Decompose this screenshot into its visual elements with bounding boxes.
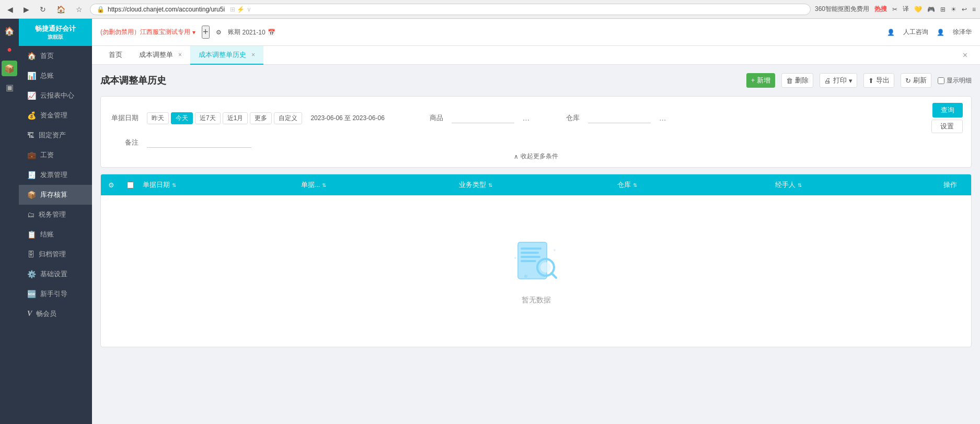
translate-icon: 译 [903, 5, 909, 14]
warehouse-filter-input[interactable] [588, 113, 651, 123]
date-range-display: 2023-06-06 至 2023-06-06 [310, 114, 384, 123]
date-btn-today[interactable]: 今天 [171, 112, 193, 124]
print-button[interactable]: 🖨 打印 ▾ [820, 73, 857, 88]
new-button[interactable]: + 新增 [746, 73, 775, 88]
calendar-icon[interactable]: 📅 [268, 29, 275, 36]
sidebar-item-ledger-label: 总账 [40, 71, 54, 80]
period-value: 2021-10 [243, 29, 266, 36]
member-nav-icon: V [27, 310, 32, 318]
dropdown-icon: ⊞ ⚡ ∨ [230, 6, 251, 13]
inventory-nav-icon: 📦 [27, 191, 36, 199]
tab-cost-adjust[interactable]: 成本调整单 × [131, 46, 190, 65]
query-settings-area: 查询 设置 [931, 103, 963, 133]
collapse-arrow-icon: ∧ [514, 153, 518, 160]
sidebar-item-capital[interactable]: 💰 资金管理 [19, 105, 92, 125]
svg-rect-1 [521, 248, 541, 250]
th-biz-type[interactable]: 业务类型 ⇅ [455, 180, 613, 190]
user-name[interactable]: 徐泽华 [953, 28, 972, 37]
back-button[interactable]: ◀ [4, 4, 16, 15]
tab-cost-adjust-history-close[interactable]: × [251, 51, 255, 58]
left-nav: 畅捷通好会计 旗舰版 🏠 首页 📊 总账 📈 云报表中心 💰 资金管理 🏗 固定… [19, 19, 92, 424]
table-header: ⚙ 单据日期 ⇅ 单据... ⇅ 业务类型 ⇅ [101, 174, 971, 195]
settings-button[interactable]: 设置 [931, 120, 963, 133]
show-detail-label: 显示明细 [947, 76, 972, 85]
forward-button[interactable]: ▶ [20, 4, 32, 15]
game-icon: 🎮 [927, 6, 935, 13]
th-handler[interactable]: 经手人 ⇅ [771, 180, 929, 190]
company-selector[interactable]: (勿删勿禁用）江西服宝测试专用 ▾ [100, 28, 195, 37]
logo-main: 畅捷通好会计 [24, 24, 87, 33]
date-btn-7days[interactable]: 近7天 [195, 112, 221, 124]
th-date[interactable]: 单据日期 ⇅ [139, 180, 297, 190]
tab-cost-adjust-history-label: 成本调整单历史 [199, 50, 246, 60]
sidebar-item-archive[interactable]: 🗄 归档管理 [19, 244, 92, 264]
th-checkbox[interactable] [122, 182, 139, 189]
period-label: 账期 [228, 28, 240, 37]
filter-row-2: 备注 [109, 137, 963, 148]
user-service-label[interactable]: 人工咨询 [903, 28, 928, 37]
add-company-button[interactable]: + [202, 26, 210, 39]
reload-button[interactable]: ↻ [37, 4, 49, 15]
th-handler-label: 经手人 [775, 180, 795, 190]
sidebar-item-fixed[interactable]: 🏗 固定资产 [19, 125, 92, 145]
page-actions: + 新增 🗑 删除 🖨 打印 ▾ ⬆ 导出 ↻ [746, 73, 972, 88]
select-all-checkbox[interactable] [127, 182, 134, 189]
sidebar-item-invoice[interactable]: 🧾 发票管理 [19, 165, 92, 185]
sidebar-item-settings[interactable]: ⚙️ 基础设置 [19, 264, 92, 284]
th-warehouse[interactable]: 仓库 ⇅ [613, 180, 771, 190]
refresh-button[interactable]: ↻ 刷新 [901, 73, 931, 88]
top-bar-left: (勿删勿禁用）江西服宝测试专用 ▾ + ⚙ 账期 2021-10 📅 [100, 26, 275, 39]
query-button[interactable]: 查询 [932, 103, 963, 117]
delete-label: 删除 [795, 76, 809, 85]
tab-home[interactable]: 首页 [100, 46, 131, 65]
show-detail-checkbox-label[interactable]: 显示明细 [938, 76, 972, 85]
sidebar-item-inventory[interactable]: 📦 库存核算 [19, 185, 92, 205]
sidebar-icon-3: 📦 [2, 61, 17, 76]
tab-cost-adjust-close[interactable]: × [178, 51, 182, 58]
settings-icon[interactable]: ⚙ [216, 29, 222, 36]
close-all-tabs-button[interactable]: × [959, 51, 972, 60]
warehouse-filter-more[interactable]: ... [659, 113, 666, 123]
sidebar-item-salary-label: 工资 [40, 150, 54, 160]
date-btn-more[interactable]: 更多 [250, 112, 272, 124]
sidebar-item-settings-label: 基础设置 [40, 269, 67, 279]
goods-filter-more[interactable]: ... [523, 113, 529, 123]
sidebar-item-home-label: 首页 [40, 51, 54, 61]
sidebar-item-guide[interactable]: 🆕 新手引导 [19, 284, 92, 304]
svg-rect-4 [521, 260, 536, 262]
goods-filter-input[interactable] [452, 113, 514, 123]
tab-cost-adjust-label: 成本调整单 [139, 50, 173, 60]
date-btn-1month[interactable]: 近1月 [223, 112, 248, 124]
export-button[interactable]: ⬆ 导出 [863, 73, 894, 88]
th-settings[interactable]: ⚙ [101, 181, 122, 189]
home-button[interactable]: 🏠 [53, 4, 68, 15]
svg-rect-2 [521, 252, 539, 254]
th-number[interactable]: 单据... ⇅ [297, 180, 455, 190]
ledger-nav-icon: 📊 [27, 72, 36, 80]
brightness-icon: ☀ [951, 6, 956, 13]
th-biz-type-label: 业务类型 [459, 180, 486, 190]
collapse-button[interactable]: ∧ 收起更多条件 [514, 152, 558, 161]
sidebar-item-member[interactable]: V 畅会员 [19, 304, 92, 324]
th-actions-label: 操作 [943, 180, 957, 190]
reports-nav-icon: 📈 [27, 91, 36, 100]
show-detail-checkbox[interactable] [938, 77, 944, 84]
top-bar: (勿删勿禁用）江西服宝测试专用 ▾ + ⚙ 账期 2021-10 📅 👤 人工咨… [92, 19, 980, 46]
tab-cost-adjust-history[interactable]: 成本调整单历史 × [190, 46, 263, 65]
sidebar-item-ledger[interactable]: 📊 总账 [19, 66, 92, 86]
sidebar-item-home[interactable]: 🏠 首页 [19, 46, 92, 66]
address-bar[interactable]: 🔒 https://cloud.chanjet.com/accounting/u… [90, 4, 811, 15]
sidebar-item-closing[interactable]: 📋 结账 [19, 225, 92, 244]
delete-button[interactable]: 🗑 删除 [781, 73, 813, 88]
note-filter-label: 备注 [109, 138, 139, 147]
sidebar-item-salary[interactable]: 💼 工资 [19, 145, 92, 165]
date-btn-custom[interactable]: 自定义 [274, 112, 302, 124]
sidebar-item-reports[interactable]: 📈 云报表中心 [19, 86, 92, 105]
date-btn-yesterday[interactable]: 昨天 [147, 112, 169, 124]
note-filter-input[interactable] [147, 137, 251, 148]
user-service-icon: 👤 [887, 29, 895, 36]
bookmark-button[interactable]: ☆ [73, 4, 86, 15]
closing-nav-icon: 📋 [27, 230, 36, 239]
th-warehouse-sort-icon: ⇅ [633, 182, 637, 188]
sidebar-item-tax[interactable]: 🗂 税务管理 [19, 205, 92, 225]
